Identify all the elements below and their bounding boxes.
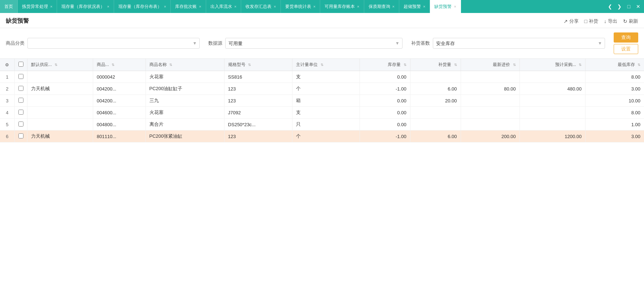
row-stock-4: 0.00	[360, 107, 410, 119]
th-spec[interactable]: 规格型号 ⇅	[224, 59, 292, 71]
tab-item-defect-exception[interactable]: 拣货异常处理×	[18, 0, 57, 13]
replenish-base-select[interactable]: 安全库存	[433, 38, 605, 49]
tab-close-overstock-warning[interactable]: ×	[423, 4, 425, 9]
row-price-3	[461, 95, 519, 107]
tab-item-inventory-status[interactable]: 现存量（库存状况表）×	[57, 0, 114, 13]
th-latest-price[interactable]: 最新进价 ⇅	[461, 59, 519, 71]
row-checkbox-2[interactable]	[14, 83, 27, 95]
row-select-6[interactable]	[18, 133, 23, 138]
row-est-3	[519, 95, 586, 107]
tab-item-inventory-dist[interactable]: 现存量（库存分布表）×	[114, 0, 171, 13]
row-select-4[interactable]	[18, 110, 23, 115]
row-price-6: 200.00	[461, 131, 519, 142]
tab-item-shortage-warning[interactable]: 缺货预警×	[430, 0, 461, 13]
table-wrap: ⚙ 默认供应... ⇅ 商品... ⇅ 商品名称 ⇅	[0, 59, 644, 142]
tab-label-inventory-status: 现存量（库存状况表）	[61, 4, 105, 10]
th-replenish-qty[interactable]: 补货量 ⇅	[410, 59, 461, 71]
row-checkbox-4[interactable]	[14, 107, 27, 119]
row-select-5[interactable]	[18, 122, 23, 127]
table-body: 1 0000042 火花塞 SS816 支 0.00 8.00 2 力天机械 0…	[0, 71, 644, 142]
tab-close-inventory-status[interactable]: ×	[107, 4, 109, 9]
share-button[interactable]: ↗ 分享	[564, 18, 579, 25]
sort-min-icon: ⇅	[638, 63, 640, 67]
tab-close-collect-summary[interactable]: ×	[274, 4, 276, 9]
tab-item-inout-flow[interactable]: 出入库流水×	[206, 0, 241, 13]
th-est-purchase[interactable]: 预计采购... ⇅	[519, 59, 586, 71]
export-icon: ↓	[604, 18, 606, 24]
row-checkbox-6[interactable]	[14, 131, 27, 142]
tab-restore-button[interactable]: □	[625, 2, 633, 11]
tab-item-order-stats[interactable]: 要货单统计表×	[281, 0, 320, 13]
datasource-select[interactable]: 可用量	[225, 38, 402, 49]
tab-close-order-stats[interactable]: ×	[313, 4, 316, 9]
th-min-stock[interactable]: 最低库存 ⇅	[586, 59, 644, 71]
row-spec-1: SS816	[224, 71, 292, 83]
row-name-2: PC200油缸缸子	[145, 83, 224, 95]
row-unit-5: 只	[292, 119, 360, 131]
row-select-3[interactable]	[18, 98, 23, 103]
tab-item-overstock-warning[interactable]: 超储预警×	[399, 0, 430, 13]
row-min-2: 3.00	[586, 83, 644, 95]
th-stock-qty-label: 库存量	[388, 62, 401, 67]
sort-name-icon: ⇅	[169, 63, 172, 67]
tab-prev-button[interactable]: ❮	[606, 2, 614, 11]
filter-bar: 商品分类 ▼ 数据源 可用量 ▼ 补货基数 安全库存	[0, 28, 644, 59]
row-unit-3: 箱	[292, 95, 360, 107]
replenish-icon: □	[584, 18, 587, 24]
row-replenish-2: 6.00	[410, 83, 461, 95]
filter-actions: 查询 设置	[614, 32, 638, 54]
tab-item-expiry-query[interactable]: 保质期查询×	[364, 0, 399, 13]
category-select[interactable]	[27, 38, 200, 49]
tab-controls: ❮ ❯ □ ✕	[606, 2, 644, 11]
tab-item-collect-summary[interactable]: 收发存汇总表×	[241, 0, 280, 13]
row-stock-3: 0.00	[360, 95, 410, 107]
tab-item-batch-account[interactable]: 库存批次账×	[171, 0, 206, 13]
query-button[interactable]: 查询	[614, 32, 638, 43]
export-label: 导出	[608, 18, 617, 25]
row-spec-5: DS250*23c...	[224, 119, 292, 131]
tab-item-home[interactable]: 首页	[0, 0, 18, 13]
refresh-label: 刷新	[629, 18, 638, 25]
refresh-button[interactable]: ↻ 刷新	[623, 18, 638, 25]
tab-close-defect-exception[interactable]: ×	[50, 4, 52, 9]
row-stock-2: -1.00	[360, 83, 410, 95]
row-num-6: 6	[0, 131, 14, 142]
tab-close-all-button[interactable]: ✕	[634, 2, 643, 11]
row-stock-6: -1.00	[360, 131, 410, 142]
row-price-5	[461, 119, 519, 131]
th-product-code[interactable]: 商品... ⇅	[93, 59, 145, 71]
row-min-6: 3.00	[586, 131, 644, 142]
row-checkbox-5[interactable]	[14, 119, 27, 131]
datasource-label: 数据源	[208, 40, 222, 47]
export-button[interactable]: ↓ 导出	[604, 18, 617, 25]
tab-item-available-ledger[interactable]: 可用量库存账本×	[320, 0, 364, 13]
row-checkbox-1[interactable]	[14, 71, 27, 83]
row-est-5	[519, 119, 586, 131]
th-product-name[interactable]: 商品名称 ⇅	[145, 59, 224, 71]
tab-close-batch-account[interactable]: ×	[199, 4, 201, 9]
th-default-supplier[interactable]: 默认供应... ⇅	[27, 59, 93, 71]
tab-label-inventory-dist: 现存量（库存分布表）	[118, 4, 162, 10]
tab-label-overstock-warning: 超储预警	[404, 4, 421, 10]
tab-close-inout-flow[interactable]: ×	[234, 4, 236, 9]
th-stock-qty[interactable]: 库存量 ⇅	[360, 59, 410, 71]
row-replenish-6: 6.00	[410, 131, 461, 142]
table-row: 5 004800... 离合片 DS250*23c... 只 0.00 1.00	[0, 119, 644, 131]
row-select-2[interactable]	[18, 86, 23, 91]
sort-spec-icon: ⇅	[248, 63, 251, 67]
row-num-2: 2	[0, 83, 14, 95]
tab-next-button[interactable]: ❯	[615, 2, 624, 11]
tab-close-expiry-query[interactable]: ×	[392, 4, 395, 9]
tab-close-shortage-warning[interactable]: ×	[454, 4, 456, 9]
settings-button[interactable]: 设置	[614, 44, 638, 54]
tab-close-inventory-dist[interactable]: ×	[164, 4, 166, 9]
tab-close-available-ledger[interactable]: ×	[357, 4, 359, 9]
select-all-checkbox[interactable]	[18, 62, 23, 67]
table-row: 1 0000042 火花塞 SS816 支 0.00 8.00	[0, 71, 644, 83]
replenish-button[interactable]: □ 补货	[584, 18, 598, 25]
th-unit[interactable]: 主计量单位 ⇅	[292, 59, 360, 71]
th-settings[interactable]: ⚙	[0, 59, 14, 71]
row-code-6: 801110...	[93, 131, 145, 142]
row-checkbox-3[interactable]	[14, 95, 27, 107]
row-select-1[interactable]	[18, 74, 23, 79]
